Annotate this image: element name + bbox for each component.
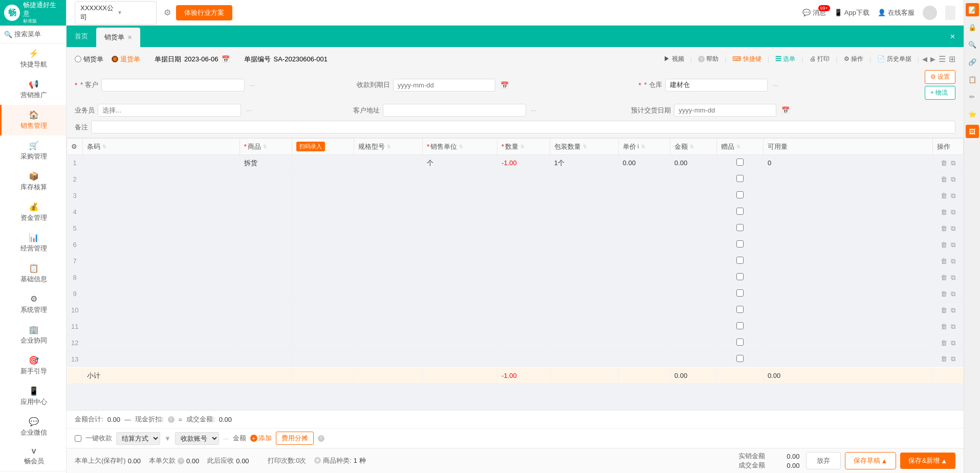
barcode-cell-11[interactable] — [83, 319, 239, 335]
online-service-action[interactable]: 👤 在线客服 — [878, 8, 914, 17]
quantity-cell-7[interactable] — [497, 253, 550, 269]
unit-price-cell-11[interactable] — [618, 319, 670, 335]
sidebar-item-enterprise[interactable]: 🏢 企业协同 — [0, 320, 66, 350]
quantity-cell-5[interactable] — [497, 220, 550, 237]
sidebar-item-finance[interactable]: 💰 资金管理 — [0, 197, 66, 228]
gift-checkbox-8[interactable] — [736, 273, 744, 280]
unit-cell-4[interactable] — [423, 204, 497, 220]
unit-price-cell-13[interactable] — [618, 351, 670, 368]
spec-cell-11[interactable] — [354, 319, 423, 335]
pack-qty-cell-4[interactable] — [550, 204, 618, 220]
sidebar-item-inventory[interactable]: 📦 库存核算 — [0, 166, 66, 197]
expected-date-calendar-icon[interactable]: 📅 — [781, 106, 790, 114]
amount-cell-10[interactable] — [670, 302, 716, 319]
delete-icon-2[interactable]: 🗑 — [941, 175, 947, 183]
barcode-cell-8[interactable] — [83, 269, 239, 286]
barcode-input-3[interactable] — [87, 192, 235, 199]
sidebar-item-system[interactable]: ⚙ 系统管理 — [0, 289, 66, 320]
quantity-cell-3[interactable] — [497, 188, 550, 204]
radio-return-input[interactable] — [112, 56, 118, 62]
add-payment-btn[interactable]: + 添加 — [250, 434, 272, 443]
panel-icon-7[interactable]: ⭐ — [966, 107, 979, 121]
shortcut-btn[interactable]: ⌨ 快捷键 — [729, 53, 764, 65]
app-download-action[interactable]: 📱 App下载 — [834, 8, 869, 17]
scan-btn[interactable]: 扫码录入 — [296, 142, 325, 151]
copy-icon-8[interactable]: ⧉ — [951, 274, 955, 281]
amount-cell-5[interactable] — [670, 220, 716, 237]
unit-price-cell-12[interactable] — [618, 335, 670, 351]
gift-cell-9[interactable] — [716, 286, 763, 302]
gift-cell-11[interactable] — [716, 319, 763, 335]
gift-cell-2[interactable] — [716, 171, 763, 188]
sidebar-item-purchase[interactable]: 🛒 采购管理 — [0, 136, 66, 166]
unit-price-cell-3[interactable] — [618, 188, 670, 204]
gift-checkbox-4[interactable] — [736, 208, 744, 215]
quantity-cell-12[interactable] — [497, 335, 550, 351]
expense-split-btn[interactable]: 费用分摊 — [276, 432, 314, 445]
quantity-cell-1[interactable]: -1.00 — [497, 155, 550, 171]
barcode-input-4[interactable] — [87, 208, 235, 216]
barcode-cell-6[interactable] — [83, 237, 239, 253]
product-cell-13[interactable] — [239, 351, 292, 368]
amount-cell-12[interactable] — [670, 335, 716, 351]
pick-btn[interactable]: ☰ 选单 — [772, 53, 798, 65]
sidebar-item-apps[interactable]: 📱 应用中心 — [0, 381, 66, 412]
next-icon[interactable]: ▶ — [930, 55, 935, 63]
logistics-btn[interactable]: + 物流 — [925, 86, 955, 100]
salesperson-more-icon[interactable]: ··· — [246, 106, 252, 114]
gift-cell-8[interactable] — [716, 269, 763, 286]
account-select[interactable]: 收款账号 — [175, 432, 219, 445]
payment-method-select[interactable]: 结算方式 — [116, 432, 160, 445]
calendar-icon[interactable]: 📅 — [222, 55, 230, 63]
amount-cell-8[interactable] — [670, 269, 716, 286]
user-avatar2[interactable] — [945, 6, 955, 20]
one-click-payment-checkbox[interactable] — [75, 435, 81, 442]
barcode-input-6[interactable] — [87, 241, 235, 249]
sidebar-item-sales[interactable]: 🏠 销售管理 — [0, 105, 66, 136]
list-view-icon[interactable]: ☰ — [939, 54, 946, 64]
customer-more-icon[interactable]: ··· — [250, 81, 255, 89]
quantity-cell-2[interactable] — [497, 171, 550, 188]
settings-btn[interactable]: ⚙ 设置 — [925, 70, 955, 84]
unit-cell-1[interactable]: 个 — [423, 155, 497, 171]
barcode-cell-2[interactable] — [83, 171, 239, 188]
gift-cell-4[interactable] — [716, 204, 763, 220]
barcode-input-12[interactable] — [87, 339, 235, 347]
quantity-cell-6[interactable] — [497, 237, 550, 253]
product-cell-8[interactable] — [239, 269, 292, 286]
product-cell-11[interactable] — [239, 319, 292, 335]
delete-icon-8[interactable]: 🗑 — [941, 274, 947, 281]
unit-cell-2[interactable] — [423, 171, 497, 188]
barcode-cell-4[interactable] — [83, 204, 239, 220]
gift-checkbox-6[interactable] — [736, 240, 744, 247]
salesperson-input[interactable] — [98, 104, 241, 117]
unit-cell-11[interactable] — [423, 319, 497, 335]
copy-icon-9[interactable]: ⧉ — [951, 290, 955, 298]
pack-qty-cell-2[interactable] — [550, 171, 618, 188]
sidebar-item-operations[interactable]: 📊 经营管理 — [0, 228, 66, 258]
barcode-input-2[interactable] — [87, 175, 235, 183]
gift-checkbox-3[interactable] — [736, 191, 744, 198]
gift-cell-13[interactable] — [716, 351, 763, 368]
gift-cell-3[interactable] — [716, 188, 763, 204]
search-menu[interactable]: 🔍 搜索菜单 — [0, 26, 66, 43]
pack-qty-cell-3[interactable] — [550, 188, 618, 204]
barcode-input-7[interactable] — [87, 257, 235, 265]
barcode-cell-5[interactable] — [83, 220, 239, 237]
barcode-input-11[interactable] — [87, 323, 235, 330]
customer-input[interactable] — [101, 79, 245, 92]
grid-view-icon[interactable]: ⊞ — [949, 54, 955, 64]
copy-icon-4[interactable]: ⧉ — [951, 208, 955, 216]
save-new-dropdown-icon[interactable]: ▲ — [941, 457, 947, 465]
amount-cell-1[interactable]: 0.00 — [670, 155, 716, 171]
expected-date-input[interactable] — [674, 104, 776, 117]
pack-qty-cell-12[interactable] — [550, 335, 618, 351]
barcode-input-10[interactable] — [87, 306, 235, 314]
barcode-input-5[interactable] — [87, 224, 235, 232]
amount-cell-9[interactable] — [670, 286, 716, 302]
pack-qty-cell-7[interactable] — [550, 253, 618, 269]
pack-qty-cell-6[interactable] — [550, 237, 618, 253]
expense-info-icon[interactable]: ? — [318, 435, 324, 442]
sidebar-item-wechat[interactable]: 💬 企业微信 — [0, 412, 66, 442]
quantity-cell-8[interactable] — [497, 269, 550, 286]
